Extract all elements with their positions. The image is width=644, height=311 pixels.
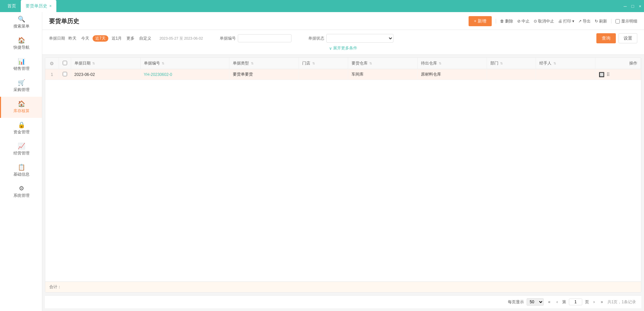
window-close-btn[interactable]: × (639, 4, 641, 9)
sort-store-icon: ⇅ (312, 61, 315, 65)
th-doc-no-label: 单据编号 (144, 61, 160, 65)
cancel-stop-label: 取消中止 (538, 18, 554, 24)
th-settings[interactable]: ⚙ (45, 58, 59, 69)
status-filter: 单据状态 (308, 34, 393, 43)
show-detail-checkbox[interactable] (615, 19, 620, 24)
operations-icon: 📈 (18, 143, 25, 149)
main-layout: 🔍 搜索菜单 🏠 快捷导航 📊 销售管理 🛒 采购管理 🏠 库存核算 🔒 资金管… (0, 12, 644, 311)
th-store[interactable]: 门店 ⇅ (299, 58, 348, 69)
sidebar-item-search[interactable]: 🔍 搜索菜单 (0, 12, 42, 33)
th-doc-type[interactable]: 单据类型 ⇅ (229, 58, 299, 69)
data-table: ⚙ 单据日期 ⇅ 单据编号 ⇅ (45, 58, 641, 80)
sort-department-icon: ⇅ (500, 61, 503, 65)
row-date: 2023-06-02 (71, 69, 140, 80)
window-minimize-btn[interactable]: ─ (624, 4, 627, 9)
date-shortcut-7days[interactable]: 近7天 (93, 35, 108, 42)
settings-button[interactable]: 设置 (619, 33, 637, 43)
page-size-select[interactable]: 50 10 20 100 (527, 298, 544, 306)
sidebar-item-operations[interactable]: 📈 经营管理 (0, 139, 42, 160)
status-select[interactable] (326, 34, 393, 43)
new-button[interactable]: + 新增 (469, 16, 492, 26)
date-shortcut-more[interactable]: 更多 (125, 35, 136, 42)
sidebar-item-shortcut[interactable]: 🏠 快捷导航 (0, 33, 42, 54)
th-doc-no[interactable]: 单据编号 ⇅ (140, 58, 229, 69)
table-body: 1 2023-06-02 YH-20230602-0 要货单要货 车间库 (45, 69, 641, 80)
show-detail-label: 显示明细 (621, 18, 637, 24)
goto-label: 第 (562, 299, 566, 305)
prev-page-btn[interactable]: ‹ (555, 299, 559, 305)
sidebar-item-basic-label: 基础信息 (13, 172, 30, 177)
view-action-icon[interactable]: 🔲 (599, 72, 604, 77)
more-action-icon[interactable]: ⠿ (606, 72, 610, 77)
table-footer-label: 合计： (49, 284, 61, 289)
th-date-label: 单据日期 (74, 61, 91, 65)
print-button[interactable]: 🖨 打印 ▾ (558, 18, 574, 24)
purchase-icon: 🛒 (18, 80, 25, 86)
tab-requisition-history-label: 要货单历史 (25, 3, 47, 9)
doc-no-input[interactable] (238, 34, 291, 42)
delete-icon: 🗑 (500, 19, 504, 24)
window-maximize-btn[interactable]: □ (632, 4, 634, 9)
chevron-down-icon: ∨ (329, 46, 332, 51)
sidebar-item-inventory[interactable]: 🏠 库存核算 (0, 97, 42, 118)
refresh-button[interactable]: ↻ 刷新 (595, 18, 607, 24)
filter-area: 单据日期 昨天 今天 近7天 近1月 更多 自定义 2023-05-27 至 2… (42, 30, 644, 55)
th-handler[interactable]: 经手人 ⇅ (536, 58, 595, 69)
tab-close-icon[interactable]: × (49, 4, 52, 8)
th-checkbox[interactable] (59, 58, 71, 69)
date-shortcut-1month[interactable]: 近1月 (110, 35, 123, 42)
row-store (299, 69, 348, 80)
next-page-btn[interactable]: › (592, 299, 596, 305)
doc-no-filter: 单据编号 (220, 34, 291, 42)
page-input[interactable] (569, 299, 582, 305)
th-department[interactable]: 部门 ⇅ (487, 58, 536, 69)
sidebar-item-sales[interactable]: 📊 销售管理 (0, 54, 42, 76)
th-date[interactable]: 单据日期 ⇅ (71, 58, 140, 69)
table-header: ⚙ 单据日期 ⇅ 单据编号 ⇅ (45, 58, 641, 69)
th-out-warehouse[interactable]: 待出仓库 ⇅ (417, 58, 487, 69)
first-page-btn[interactable]: « (546, 299, 552, 305)
page-size-label: 每页显示 (508, 299, 524, 305)
table-scroll[interactable]: ⚙ 单据日期 ⇅ 单据编号 ⇅ (45, 58, 641, 281)
top-bar: 首页 要货单历史 × ─ □ × (0, 0, 644, 12)
sidebar-item-system-label: 系统管理 (13, 193, 30, 198)
date-shortcut-today[interactable]: 今天 (80, 35, 91, 42)
table-row[interactable]: 1 2023-06-02 YH-20230602-0 要货单要货 车间库 (45, 69, 641, 80)
row-department (487, 69, 536, 80)
delete-button[interactable]: 🗑 删除 (500, 18, 513, 24)
sidebar-item-finance[interactable]: 🔒 资金管理 (0, 118, 42, 139)
toolbar: + 新增 🗑 删除 ⊘ 中止 ⊙ 取消中止 🖨 (469, 16, 637, 26)
sidebar-item-basic[interactable]: 📋 基础信息 (0, 160, 42, 181)
tab-requisition-history[interactable]: 要货单历史 × (21, 0, 56, 12)
last-page-btn[interactable]: » (599, 299, 605, 305)
row-checkbox-cell[interactable] (59, 69, 71, 80)
row-doc-no[interactable]: YH-20230602-0 (140, 69, 229, 80)
sidebar-item-purchase[interactable]: 🛒 采购管理 (0, 76, 42, 97)
stop-icon: ⊘ (517, 19, 521, 24)
date-shortcut-yesterday[interactable]: 昨天 (67, 35, 78, 42)
export-button[interactable]: ↗ 导出 (578, 18, 591, 24)
expand-more-button[interactable]: ∨ 展开更多条件 (49, 45, 637, 51)
row-doc-no-link[interactable]: YH-20230602-0 (144, 72, 172, 77)
th-req-warehouse[interactable]: 要货仓库 ⇅ (348, 58, 417, 69)
settings-icon[interactable]: ⚙ (50, 61, 54, 66)
row-checkbox[interactable] (63, 72, 67, 76)
date-shortcuts: 昨天 今天 近7天 近1月 更多 自定义 (67, 35, 153, 42)
page-unit-label: 页 (585, 299, 589, 305)
content-area: 要货单历史 + 新增 🗑 删除 ⊘ 中止 ⊙ 取消中止 (42, 12, 644, 311)
delete-label: 删除 (505, 18, 513, 24)
show-detail-control[interactable]: 显示明细 (615, 18, 637, 24)
filter-actions: 查询 设置 (596, 33, 637, 43)
sidebar-item-system[interactable]: ⚙ 系统管理 (0, 181, 42, 203)
cancel-stop-button[interactable]: ⊙ 取消中止 (534, 18, 554, 24)
date-shortcut-custom[interactable]: 自定义 (138, 35, 153, 42)
print-label: 打印 (563, 18, 571, 24)
tab-home[interactable]: 首页 (3, 0, 21, 12)
stop-button[interactable]: ⊘ 中止 (517, 18, 530, 24)
th-out-warehouse-label: 待出仓库 (421, 61, 437, 65)
expand-more-label: 展开更多条件 (333, 45, 357, 51)
select-all-checkbox[interactable] (63, 61, 67, 65)
divider-1 (496, 19, 496, 24)
date-filter: 单据日期 昨天 今天 近7天 近1月 更多 自定义 (49, 35, 153, 42)
query-button[interactable]: 查询 (596, 33, 616, 43)
